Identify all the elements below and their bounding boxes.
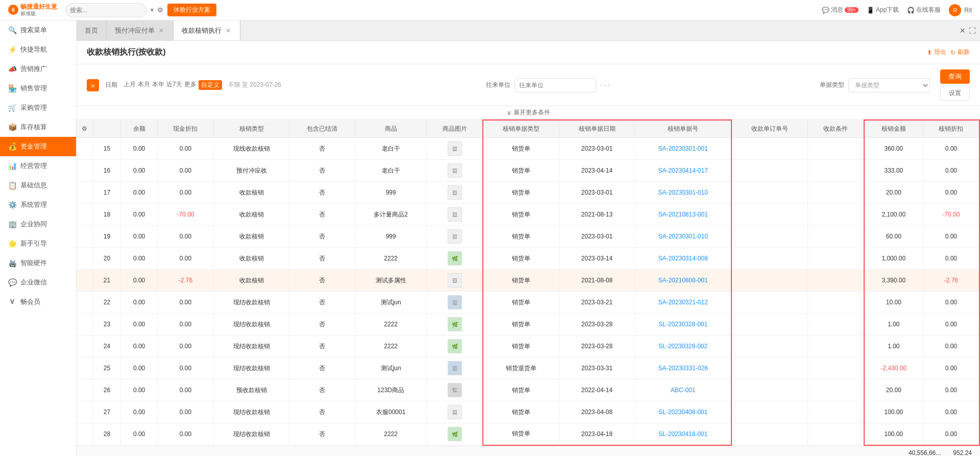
- cell-receipt-order-no: [731, 182, 807, 204]
- bill-no-link[interactable]: SA-20230301-010: [658, 233, 707, 240]
- receipt-type-select[interactable]: 单据类型: [848, 78, 930, 92]
- sidebar-label-fund: 资金管理: [20, 142, 47, 151]
- app-download-area[interactable]: 📱 App下载: [867, 6, 899, 14]
- date-opt-7days[interactable]: 近7天: [166, 80, 182, 90]
- th-settings[interactable]: ⚙: [77, 120, 93, 138]
- bill-no-link[interactable]: SA-20230414-017: [658, 167, 707, 174]
- settings-button[interactable]: 设置: [940, 86, 970, 101]
- date-opt-this-year[interactable]: 本年: [152, 80, 164, 90]
- filter-action-buttons: 查询 设置: [940, 69, 970, 101]
- cell-balance: 0.00: [121, 357, 158, 379]
- sidebar-item-enterprise[interactable]: 🏢 企业协同: [0, 214, 76, 234]
- date-opt-last-month[interactable]: 上月: [124, 80, 136, 90]
- sidebar-item-sales[interactable]: 🏪 销售管理: [0, 79, 76, 98]
- sidebar-item-system[interactable]: ⚙️ 系统管理: [0, 195, 76, 214]
- bill-no-link[interactable]: ABC-001: [671, 387, 696, 394]
- tab-prepay-close[interactable]: ✕: [158, 27, 165, 34]
- cell-include-settled: 否: [289, 138, 355, 160]
- tab-home[interactable]: 首页: [77, 20, 107, 40]
- data-table-container: ⚙ 余额 现金折扣 核销类型 包含已结清 商品 商品图片 核销单据类型 核销单据…: [77, 119, 980, 456]
- top-search-input[interactable]: [65, 3, 147, 17]
- cell-receipt-condition: [807, 335, 864, 357]
- filter-expand-btn[interactable]: »: [87, 79, 99, 91]
- cell-receipt-order-no: [731, 248, 807, 270]
- th-row-num: [93, 120, 121, 138]
- sidebar-item-fund[interactable]: 💰 资金管理: [0, 137, 76, 156]
- footer-totals: 40,556,66... 952.24: [909, 449, 980, 457]
- sidebar-item-search[interactable]: 🔍 搜索菜单: [0, 20, 76, 40]
- sidebar-item-inventory[interactable]: 📦 库存核算: [0, 117, 76, 137]
- notification-area[interactable]: 💬 消息 99+: [822, 6, 859, 14]
- sidebar-item-basic[interactable]: 📋 基础信息: [0, 176, 76, 195]
- tab-prepay[interactable]: 预付冲应付单 ✕: [107, 20, 174, 40]
- footer-discount-total: 952.24: [953, 449, 972, 457]
- building-icon: 🏢: [8, 220, 16, 228]
- sidebar-item-quick-nav[interactable]: ⚡ 快捷导航: [0, 40, 76, 59]
- tab-prepay-label: 预付冲应付单: [115, 26, 155, 35]
- phone-icon: 📱: [867, 7, 874, 14]
- tab-collection[interactable]: 收款核销执行 ✕: [174, 20, 240, 40]
- cell-balance: 0.00: [121, 292, 158, 314]
- solution-btn[interactable]: 休验行业方案: [167, 4, 216, 16]
- date-opt-custom[interactable]: 自定义: [199, 80, 222, 90]
- cell-write-off-bill-date: 2023-04-08: [559, 401, 634, 423]
- bill-no-link[interactable]: SA-20210813-001: [658, 211, 707, 218]
- tab-close-all-icon[interactable]: ✕: [960, 27, 966, 35]
- sidebar-item-newbie[interactable]: 🌟 新手引导: [0, 234, 76, 253]
- online-service-label: 在线客服: [916, 6, 941, 14]
- cell-write-off-type: 现结收款核销: [213, 357, 289, 379]
- notification-label: 消息: [831, 6, 843, 14]
- sidebar-item-wechat[interactable]: 💬 企业微信: [0, 273, 76, 292]
- cell-settings: [77, 423, 93, 445]
- bill-no-link[interactable]: SA-20210808-001: [658, 277, 707, 284]
- bill-no-link[interactable]: SA-20230301-010: [658, 189, 707, 196]
- cell-write-off-bill-type: 销货单: [483, 314, 559, 335]
- table-row: 21 0.00 -2.76 收款核销 否 测试多属性 🖼 销货单 2021-08…: [77, 270, 979, 292]
- refresh-button[interactable]: ↻ 刷新: [950, 48, 970, 57]
- cell-goods-image: 🌿: [427, 423, 483, 445]
- sidebar-item-marketing[interactable]: 📣 营销推广: [0, 59, 76, 79]
- from-unit-input[interactable]: [514, 78, 596, 92]
- sidebar-item-smart-hw[interactable]: 🖨️ 智能硬件: [0, 253, 76, 273]
- settings-icon[interactable]: ⚙: [157, 6, 163, 14]
- cell-write-off-type: 收款核销: [213, 204, 289, 226]
- cell-write-off-type: 预付冲应收: [213, 160, 289, 182]
- cell-cash-discount: 0.00: [157, 226, 213, 248]
- table-header: ⚙ 余额 现金折扣 核销类型 包含已结清 商品 商品图片 核销单据类型 核销单据…: [77, 120, 979, 138]
- expand-more-bar[interactable]: ∨ 展开更多条件: [77, 106, 980, 119]
- cell-balance: 0.00: [121, 138, 158, 160]
- tab-expand-icon[interactable]: ⛶: [969, 27, 976, 35]
- export-button[interactable]: ⬆ 导出: [927, 48, 946, 57]
- cell-write-off-bill-date: 2023-04-14: [559, 160, 634, 182]
- query-button[interactable]: 查询: [940, 69, 970, 84]
- sidebar-label-operation: 经营管理: [20, 161, 47, 171]
- sidebar-item-operation[interactable]: 📊 经营管理: [0, 156, 76, 176]
- cell-write-off-bill-no: SA-20230321-012: [635, 292, 732, 314]
- cell-goods: 999: [355, 182, 427, 204]
- bill-no-link[interactable]: SL-20230328-002: [658, 343, 707, 350]
- bill-no-link[interactable]: SA-20230301-001: [658, 145, 707, 152]
- expand-more-btn[interactable]: ∨ 展开更多条件: [77, 106, 980, 119]
- online-service-area[interactable]: 🎧 在线客服: [907, 6, 941, 14]
- printer-icon: 🖨️: [8, 259, 16, 267]
- cell-cash-discount: 0.00: [157, 379, 213, 401]
- bill-no-link[interactable]: SA-20230314-008: [658, 255, 707, 262]
- bill-no-link[interactable]: SA-20230321-012: [658, 299, 707, 306]
- bill-no-link[interactable]: SL-20230328-001: [658, 321, 707, 328]
- cell-receipt-order-no: [731, 292, 807, 314]
- sidebar-item-purchase[interactable]: 🛒 采购管理: [0, 98, 76, 117]
- bill-no-link[interactable]: SA-20230331-026: [658, 365, 707, 372]
- bill-no-link[interactable]: SL-20230408-001: [658, 409, 707, 416]
- cell-write-off-discount: 0.00: [923, 401, 979, 423]
- user-area[interactable]: R Rit: [949, 4, 972, 16]
- cell-write-off-bill-date: 2021-08-08: [559, 270, 634, 292]
- date-opt-more[interactable]: 更多: [184, 80, 197, 90]
- bill-no-link[interactable]: SL-20230418-001: [658, 430, 707, 438]
- cell-settings: [77, 357, 93, 379]
- dropdown-icon[interactable]: ▼: [149, 7, 155, 14]
- sidebar-item-member[interactable]: V 畅会员: [0, 292, 76, 311]
- cell-cash-discount: 0.00: [157, 335, 213, 357]
- date-opt-this-month[interactable]: 本月: [138, 80, 150, 90]
- tab-collection-close[interactable]: ✕: [225, 27, 232, 34]
- cell-cash-discount: 0.00: [157, 138, 213, 160]
